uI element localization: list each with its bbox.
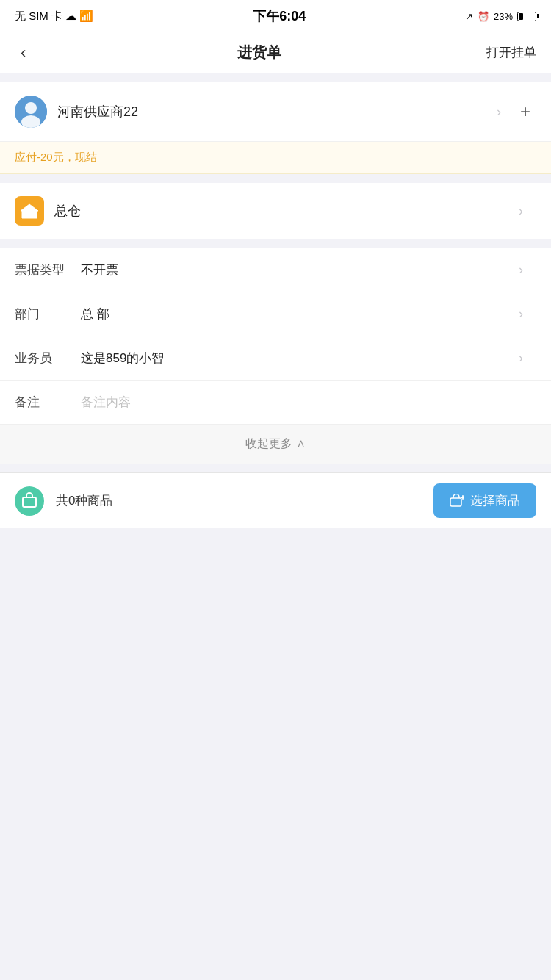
- warehouse-row[interactable]: 总仓 ›: [0, 183, 551, 239]
- page-title: 进货单: [237, 43, 281, 62]
- product-count-text: 共0种商品: [56, 492, 422, 509]
- status-left: 无 SIM 卡 ☁ 📶: [15, 10, 93, 24]
- section-gap-4: [0, 464, 551, 472]
- form-section: 票据类型 不开票 › 部门 总 部 › 业务员 这是859的小智 › 备注 备注…: [0, 248, 551, 464]
- salesman-row[interactable]: 业务员 这是859的小智 ›: [0, 336, 551, 380]
- section-gap-3: [0, 239, 551, 248]
- select-product-label: 选择商品: [470, 492, 520, 509]
- collapse-bar[interactable]: 收起更多 ∧: [0, 424, 551, 464]
- status-time: 下午6:04: [253, 7, 306, 25]
- warehouse-section: 总仓 ›: [0, 183, 551, 239]
- select-product-button[interactable]: 选择商品: [433, 483, 536, 518]
- location-icon: ↗: [465, 11, 473, 22]
- back-button[interactable]: ‹: [15, 37, 32, 68]
- section-gap-2: [0, 174, 551, 183]
- warehouse-chevron-icon: ›: [519, 203, 523, 219]
- supplier-avatar: [15, 96, 47, 128]
- supplier-alert-banner: 应付-20元，现结: [0, 142, 551, 174]
- battery-percent: 23%: [494, 11, 513, 22]
- dept-label: 部门: [15, 306, 81, 323]
- collapse-label: 收起更多 ∧: [245, 437, 305, 450]
- svg-rect-4: [23, 497, 36, 507]
- add-cart-icon: [450, 494, 464, 508]
- remark-label: 备注: [15, 394, 81, 411]
- person-icon: [15, 96, 47, 128]
- svg-marker-3: [21, 204, 38, 218]
- add-supplier-button[interactable]: +: [514, 98, 536, 125]
- gray-fill-area: [0, 528, 551, 749]
- status-right: ↗ ⏰ 23%: [465, 11, 536, 22]
- invoice-row[interactable]: 票据类型 不开票 ›: [0, 248, 551, 292]
- section-gap-1: [0, 73, 551, 82]
- alarm-icon: ⏰: [478, 11, 489, 22]
- cart-icon: [21, 492, 38, 510]
- battery-icon: [517, 12, 536, 21]
- warehouse-icon: [15, 196, 44, 226]
- bottom-action-bar: 共0种商品 选择商品: [0, 472, 551, 528]
- chevron-right-icon: ›: [497, 104, 501, 120]
- salesman-value: 这是859的小智: [81, 350, 519, 367]
- invoice-label: 票据类型: [15, 262, 81, 278]
- nav-bar: ‹ 进货单 打开挂单: [0, 32, 551, 73]
- supplier-name: 河南供应商22: [57, 103, 497, 120]
- remark-row[interactable]: 备注 备注内容: [0, 380, 551, 424]
- salesman-label: 业务员: [15, 350, 81, 367]
- supplier-row[interactable]: 河南供应商22 › +: [0, 82, 551, 142]
- house-icon: [20, 203, 39, 219]
- alert-text: 应付-20元，现结: [15, 151, 97, 163]
- invoice-value: 不开票: [81, 262, 519, 278]
- dept-row[interactable]: 部门 总 部 ›: [0, 292, 551, 336]
- invoice-chevron-icon: ›: [519, 262, 523, 278]
- svg-rect-5: [450, 498, 461, 506]
- warehouse-label: 总仓: [54, 202, 519, 220]
- open-pending-button[interactable]: 打开挂单: [486, 44, 536, 61]
- supplier-section: 河南供应商22 › + 应付-20元，现结: [0, 82, 551, 174]
- product-count-icon: [15, 486, 44, 516]
- dept-value: 总 部: [81, 306, 519, 323]
- status-bar: 无 SIM 卡 ☁ 📶 下午6:04 ↗ ⏰ 23%: [0, 0, 551, 32]
- remark-placeholder: 备注内容: [81, 394, 536, 411]
- svg-point-1: [25, 102, 37, 114]
- salesman-chevron-icon: ›: [519, 350, 523, 366]
- dept-chevron-icon: ›: [519, 306, 523, 322]
